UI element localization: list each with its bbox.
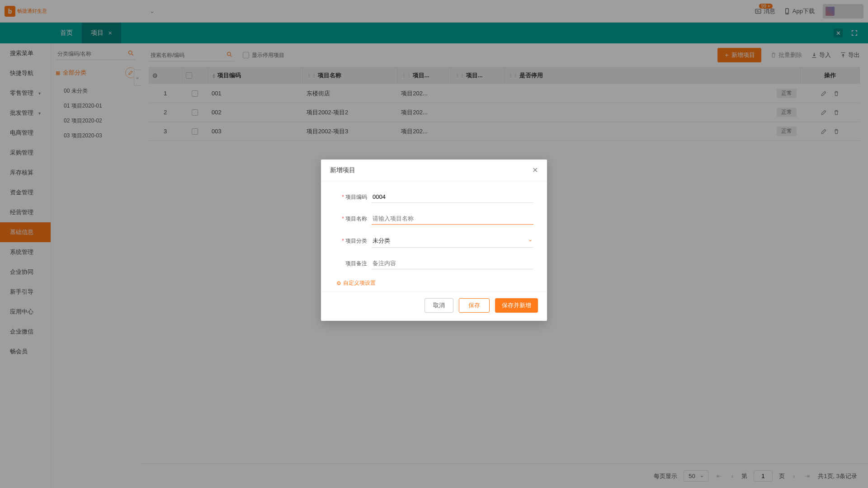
name-label: *项目名称	[335, 215, 372, 223]
code-input[interactable]	[372, 191, 533, 203]
code-label: *项目编码	[335, 193, 372, 201]
new-project-modal: 新增项目 ✕ *项目编码 *项目名称 *项目分类 未分类 ⌄ 项目备注	[321, 160, 547, 321]
remark-input[interactable]	[372, 258, 533, 269]
category-select[interactable]: 未分类	[372, 235, 533, 248]
form-row-code: *项目编码	[335, 191, 533, 203]
modal-body: *项目编码 *项目名称 *项目分类 未分类 ⌄ 项目备注 ⚙	[321, 181, 547, 291]
form-row-name: *项目名称	[335, 213, 533, 225]
category-label: *项目分类	[335, 237, 372, 245]
form-row-category: *项目分类 未分类 ⌄	[335, 235, 533, 248]
remark-label: 项目备注	[335, 260, 372, 267]
modal-close-button[interactable]: ✕	[532, 166, 538, 174]
modal-title: 新增项目	[330, 166, 355, 174]
custom-fields-label: 自定义项设置	[343, 279, 376, 287]
name-input[interactable]	[372, 213, 533, 225]
custom-fields-link[interactable]: ⚙ 自定义项设置	[336, 279, 533, 287]
chevron-down-icon: ⌄	[528, 236, 533, 243]
save-and-new-button[interactable]: 保存并新增	[495, 298, 538, 313]
modal-footer: 取消 保存 保存并新增	[321, 291, 547, 321]
cancel-button[interactable]: 取消	[425, 298, 453, 313]
save-button[interactable]: 保存	[459, 298, 490, 313]
modal-header: 新增项目 ✕	[321, 160, 547, 181]
gear-icon: ⚙	[336, 280, 341, 286]
form-row-remark: 项目备注	[335, 258, 533, 269]
